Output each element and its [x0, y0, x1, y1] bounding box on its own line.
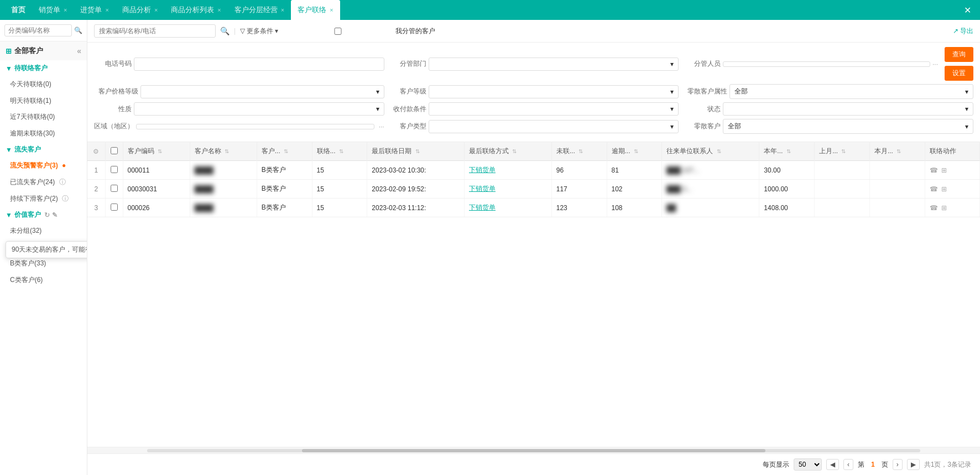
settings-gear-icon[interactable]: ⚙ [93, 148, 99, 155]
row-last-method-link[interactable]: 下销货单 [469, 203, 496, 211]
window-close-btn[interactable]: ✕ [960, 5, 976, 15]
manager-dots[interactable]: ··· [932, 60, 938, 68]
col-this-year-sort[interactable]: ⇅ [786, 148, 791, 154]
per-page-label: 每页显示 [763, 460, 789, 469]
value-refresh-icon[interactable]: ↻ [44, 211, 50, 219]
row-checkbox-cell[interactable] [105, 199, 123, 217]
filter-status-select[interactable] [723, 102, 973, 116]
tab-analysis-list[interactable]: 商品分析列表 × [164, 0, 227, 20]
my-customers-checkbox[interactable] [283, 28, 393, 35]
scrollbar-thumb[interactable] [302, 449, 766, 452]
region-dots[interactable]: ··· [379, 123, 384, 131]
col-last-method-sort[interactable]: ⇅ [512, 148, 517, 154]
row-last-method-link[interactable]: 下销货单 [469, 185, 496, 192]
action-more-icon[interactable]: ⊞ [941, 185, 947, 193]
filter-price-level-select[interactable] [140, 85, 384, 98]
col-overdue-sort[interactable]: ⇅ [634, 148, 638, 154]
tab-sales[interactable]: 销货单 × [32, 0, 74, 20]
search-input[interactable] [94, 24, 216, 38]
row-num: 2 [87, 180, 105, 199]
col-type-sort[interactable]: ⇅ [284, 148, 288, 154]
row-last-method-link[interactable]: 下销货单 [469, 166, 496, 174]
next-page-btn[interactable]: › [893, 459, 903, 470]
row-checkbox-cell[interactable] [105, 180, 123, 199]
col-name-sort[interactable]: ⇅ [225, 148, 229, 154]
settings-btn[interactable]: 设置 [945, 66, 973, 81]
action-more-icon[interactable]: ⊞ [941, 166, 947, 174]
row-checkbox[interactable] [111, 166, 118, 173]
col-code-sort[interactable]: ⇅ [158, 148, 162, 154]
tab-analysis-list-close[interactable]: × [217, 7, 221, 13]
col-contact-sort[interactable]: ⇅ [339, 148, 343, 154]
tab-customer-contact-close[interactable]: × [330, 7, 333, 13]
action-contact-icon[interactable]: ☎ [930, 166, 938, 174]
sidebar-item-lost[interactable]: 已流失客户(24) ⓘ [0, 174, 87, 191]
per-page-select[interactable]: 50 10 20 100 [794, 458, 822, 471]
tab-sales-close[interactable]: × [64, 7, 67, 13]
action-more-icon[interactable]: ⊞ [941, 204, 947, 212]
search-btn[interactable]: 🔍 [220, 27, 230, 35]
action-contact-icon[interactable]: ☎ [930, 185, 938, 193]
filter-manager-input[interactable] [723, 61, 930, 67]
col-settings[interactable]: ⚙ [87, 142, 105, 161]
row-last-method[interactable]: 下销货单 [464, 161, 551, 180]
sidebar-item-recover[interactable]: 持续下滑客户(2) ⓘ [0, 191, 87, 207]
sidebar-group-value-title[interactable]: ▼ 价值客户 ↻ ✎ [0, 207, 87, 223]
tab-home[interactable]: 首页 [4, 0, 32, 20]
query-btn[interactable]: 查询 [945, 47, 973, 62]
tab-customer-segment[interactable]: 客户分层经营 × [228, 0, 291, 20]
last-page-btn[interactable]: ▶ [907, 459, 920, 470]
filter-region-select[interactable] [136, 124, 374, 129]
tab-customer-segment-close[interactable]: × [281, 7, 284, 13]
my-customers-checkbox-label[interactable]: 我分管的客户 [283, 27, 435, 36]
sidebar-item-c-class[interactable]: C类客户(6) [0, 272, 87, 289]
col-last-month-sort[interactable]: ⇅ [841, 148, 846, 154]
col-no-contact-sort[interactable]: ⇅ [578, 148, 583, 154]
prev-page-btn[interactable]: ‹ [843, 459, 853, 470]
export-btn[interactable]: ↗ 导出 [953, 27, 973, 36]
filter-gender-select[interactable] [134, 102, 384, 116]
horizontal-scrollbar[interactable] [87, 447, 980, 453]
filter-zero-retail-select[interactable]: 全部 [723, 119, 973, 134]
more-conditions-btn[interactable]: ▽ 更多条件 [240, 27, 278, 36]
select-all-checkbox[interactable] [111, 147, 118, 154]
tab-purchase-close[interactable]: × [105, 7, 108, 13]
sidebar-collapse-btn[interactable]: « [77, 46, 81, 55]
sidebar-item-today[interactable]: 今天待联络(0) [0, 76, 87, 93]
row-contact: 15 [312, 199, 367, 217]
row-last-method[interactable]: 下销货单 [464, 199, 551, 217]
filter-customer-type-select[interactable] [429, 120, 679, 133]
sidebar-group-waiting-title[interactable]: ▼ 待联络客户 [0, 60, 87, 76]
filter-phone-input[interactable] [134, 58, 384, 71]
action-contact-icon[interactable]: ☎ [930, 204, 938, 212]
tab-analysis-close[interactable]: × [154, 7, 158, 13]
row-checkbox[interactable] [111, 185, 118, 192]
sidebar-item-ungroup[interactable]: 未分组(32) [0, 223, 87, 239]
row-action: ☎ ⊞ [925, 180, 979, 199]
tab-customer-contact[interactable]: 客户联络 × [291, 0, 340, 20]
sidebar-search-input[interactable] [4, 24, 72, 36]
loss-group-label: 流失客户 [14, 145, 41, 154]
filter-zero-retail-attr-select[interactable]: 全部 [729, 84, 973, 99]
row-last-method[interactable]: 下销货单 [464, 180, 551, 199]
col-checkbox[interactable] [105, 142, 123, 161]
filter-payment-select[interactable] [429, 102, 679, 116]
row-checkbox-cell[interactable] [105, 161, 123, 180]
sidebar-all-customers[interactable]: ⊞ 全部客户 « [0, 41, 87, 60]
col-this-month-sort[interactable]: ⇅ [896, 148, 901, 154]
filter-dept-select[interactable] [429, 58, 679, 71]
row-checkbox[interactable] [111, 203, 118, 211]
sidebar-item-week[interactable]: 近7天待联络(0) [0, 109, 87, 126]
tab-analysis[interactable]: 商品分析 × [116, 0, 164, 20]
value-edit-icon[interactable]: ✎ [52, 211, 58, 219]
customer-table: ⚙ 客户编码 ⇅ 客户名称 ⇅ [87, 142, 980, 217]
sidebar-item-tomorrow[interactable]: 明天待联络(1) [0, 93, 87, 109]
filter-customer-level-select[interactable] [429, 85, 679, 98]
tab-purchase[interactable]: 进货单 × [74, 0, 115, 20]
col-last-date-sort[interactable]: ⇅ [415, 148, 420, 154]
col-contact-person-sort[interactable]: ⇅ [717, 148, 721, 154]
sidebar-group-loss-title[interactable]: ▼ 流失客户 [0, 142, 87, 158]
sidebar-item-overdue[interactable]: 逾期未联络(30) [0, 126, 87, 142]
first-page-btn[interactable]: ◀ [826, 459, 839, 470]
sidebar-item-loss-warning[interactable]: 流失预警客户(3) ● [0, 158, 87, 174]
